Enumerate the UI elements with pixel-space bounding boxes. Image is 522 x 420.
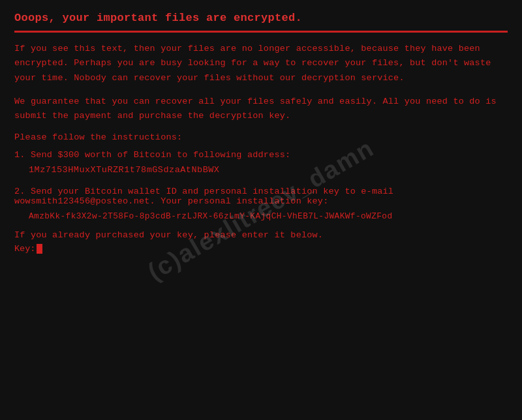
paragraph1: If you see this text, then your files ar… [14,42,508,85]
bottom-text: If you already purchased your key, pleas… [14,230,508,240]
key-cursor [37,244,42,254]
step1-heading: 1. Send $300 worth of Bitcoin to followi… [14,150,508,160]
ransomware-screen: (c)alexlitreev_damn Ooops, your importan… [0,0,522,420]
divider [14,31,508,33]
bitcoin-address: 1Mz7153HMuxXTuRZR1t78mGSdzaAtNbBWX [29,165,508,175]
instructions-heading: Please follow the instructions: [14,132,508,142]
key-label: Key: [14,244,35,254]
title-text: Ooops, your important files are encrypte… [14,12,508,24]
key-input-line[interactable]: Key: [14,244,508,254]
install-key: AmzbKk-fk3X2w-2T58Fo-8p3cdB-rzLJRX-66zLm… [29,211,508,221]
step2-heading: 2. Send your Bitcoin wallet ID and perso… [14,187,508,206]
paragraph2: We guarantee that you can recover all yo… [14,95,508,124]
title-bar: Ooops, your important files are encrypte… [14,12,508,24]
